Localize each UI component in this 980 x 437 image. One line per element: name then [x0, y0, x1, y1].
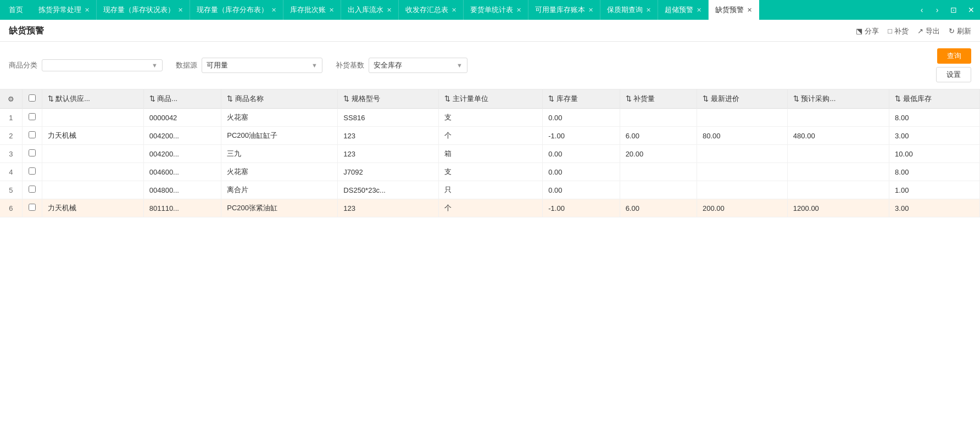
nav-tab-chaochу[interactable]: 超储预警 ✕	[658, 0, 709, 20]
col-min-stock[interactable]: ⇅ 最低库存	[889, 89, 980, 109]
row-code: 0000042	[143, 109, 221, 127]
row-checkbox-cell[interactable]	[22, 181, 42, 199]
row-checkbox-cell[interactable]	[22, 145, 42, 163]
replenish-base-select[interactable]: 安全库存 ▼	[369, 58, 467, 73]
col-spec[interactable]: ⇅ 规格型号	[338, 89, 439, 109]
replenish-base-dropdown-icon: ▼	[456, 62, 463, 69]
nav-arrow-right[interactable]: ›	[929, 0, 945, 20]
close-tab-inout-flow[interactable]: ✕	[387, 7, 392, 14]
row-checkbox-cell[interactable]	[22, 127, 42, 145]
settings-button[interactable]: 设置	[936, 67, 971, 82]
close-tab-xianzun-dist[interactable]: ✕	[271, 7, 276, 14]
close-tab-yaohuo[interactable]: ✕	[516, 7, 521, 14]
nav-tab-xianzun-status[interactable]: 现存量（库存状况表） ✕	[97, 0, 190, 20]
row-supplier: 力天机械	[42, 127, 143, 145]
category-label: 商品分类	[9, 60, 37, 70]
col-replenish[interactable]: ⇅ 补货量	[620, 89, 697, 109]
col-name[interactable]: ⇅ 商品名称	[221, 89, 338, 109]
row-unit: 支	[438, 109, 542, 127]
row-checkbox[interactable]	[29, 167, 36, 175]
nav-tab-shoufasong[interactable]: 收发存汇总表 ✕	[399, 0, 464, 20]
category-select[interactable]: ▼	[42, 59, 163, 71]
col-supplier[interactable]: ⇅ 默认供应...	[42, 89, 143, 109]
nav-tab-home[interactable]: 首页	[0, 0, 32, 20]
row-est-purchase	[787, 181, 889, 199]
row-stock: 0.00	[543, 181, 620, 199]
close-tab-quehuо[interactable]: ✕	[747, 7, 752, 14]
col-code[interactable]: ⇅ 商品...	[143, 89, 221, 109]
share-button[interactable]: ⬔ 分享	[856, 26, 879, 36]
query-button[interactable]: 查询	[937, 48, 971, 64]
replenish-button[interactable]: □ 补货	[888, 26, 909, 36]
col-unit[interactable]: ⇅ 主计量单位	[438, 89, 542, 109]
row-min-stock: 1.00	[889, 181, 980, 199]
row-supplier	[42, 163, 143, 181]
replenish-base-label: 补货基数	[336, 60, 364, 70]
row-supplier	[42, 109, 143, 127]
row-supplier: 力天机械	[42, 199, 143, 217]
filter-bar: 商品分类 ▼ 数据源 可用量 ▼ 补货基数 安全库存 ▼ 查询 设置	[0, 42, 980, 89]
close-tab-shoufasong[interactable]: ✕	[452, 7, 456, 14]
data-table: ⚙ ⇅ 默认供应... ⇅ 商品... ⇅ 商品名称	[0, 89, 980, 217]
nav-tab-kucun-batch[interactable]: 库存批次账 ✕	[283, 0, 341, 20]
nav-tab-inout-flow[interactable]: 出入库流水 ✕	[341, 0, 399, 20]
row-checkbox-cell[interactable]	[22, 163, 42, 181]
nav-tab-quehuо[interactable]: 缺货预警 ✕	[709, 0, 759, 20]
close-tab-jianyi[interactable]: ✕	[85, 7, 90, 14]
row-name: 火花塞	[221, 109, 338, 127]
row-code: 801110...	[143, 199, 221, 217]
col-stock[interactable]: ⇅ 库存量	[543, 89, 620, 109]
col-est-purchase[interactable]: ⇅ 预计采购...	[787, 89, 889, 109]
close-tab-keyong[interactable]: ✕	[588, 7, 593, 14]
nav-tab-baozhi[interactable]: 保质期查询 ✕	[600, 0, 658, 20]
row-checkbox-cell[interactable]	[22, 199, 42, 217]
export-button[interactable]: ↗ 导出	[917, 26, 940, 36]
table-row: 3 004200... 三九 123 箱 0.00 20.00 10.00	[0, 145, 980, 163]
nav-tab-yaohuo[interactable]: 要货单统计表 ✕	[464, 0, 528, 20]
row-replenish	[620, 109, 697, 127]
close-tab-xianzun-status[interactable]: ✕	[178, 7, 183, 14]
row-checkbox[interactable]	[29, 131, 36, 138]
row-checkbox[interactable]	[29, 149, 36, 156]
row-name: 三九	[221, 145, 338, 163]
table-row: 6 力天机械 801110... PC200张紧油缸 123 个 -1.00 6…	[0, 199, 980, 217]
row-checkbox[interactable]	[29, 186, 36, 193]
nav-tab-xianzun-dist[interactable]: 现存量（库存分布表） ✕	[190, 0, 283, 20]
replenish-base-select-value: 安全库存	[374, 60, 402, 70]
row-checkbox[interactable]	[29, 204, 36, 211]
row-num: 2	[0, 127, 22, 145]
row-name: 离合片	[221, 181, 338, 199]
row-unit: 个	[438, 199, 542, 217]
row-stock: 0.00	[543, 163, 620, 181]
row-checkbox-cell[interactable]	[22, 109, 42, 127]
export-icon: ↗	[917, 27, 923, 35]
select-all-checkbox[interactable]	[29, 94, 36, 102]
row-min-stock: 8.00	[889, 163, 980, 181]
datasource-select[interactable]: 可用量 ▼	[202, 58, 322, 73]
row-stock: 0.00	[543, 109, 620, 127]
table-container: ⚙ ⇅ 默认供应... ⇅ 商品... ⇅ 商品名称	[0, 89, 980, 217]
table-row: 2 力天机械 004200... PC200油缸缸子 123 个 -1.00 6…	[0, 127, 980, 145]
nav-arrows: ‹ › ⊡ ✕	[914, 0, 980, 20]
table-row: 5 004800... 离合片 DS250*23c... 只 0.00 1.00	[0, 181, 980, 199]
col-checkbox	[22, 89, 42, 109]
row-replenish: 6.00	[620, 199, 697, 217]
row-latest-price	[697, 181, 788, 199]
row-est-purchase	[787, 145, 889, 163]
nav-arrow-left[interactable]: ‹	[914, 0, 929, 20]
col-settings[interactable]: ⚙	[0, 89, 22, 109]
close-tab-chaochу[interactable]: ✕	[697, 7, 701, 14]
row-latest-price	[697, 163, 788, 181]
replenish-icon: □	[888, 27, 892, 35]
row-unit: 只	[438, 181, 542, 199]
refresh-button[interactable]: ↻ 刷新	[949, 26, 971, 36]
header-actions: ⬔ 分享 □ 补货 ↗ 导出 ↻ 刷新	[856, 26, 971, 36]
close-tab-baozhi[interactable]: ✕	[646, 7, 651, 14]
nav-tab-keyong[interactable]: 可用量库存账本 ✕	[528, 0, 600, 20]
close-tab-kucun-batch[interactable]: ✕	[329, 7, 334, 14]
win-restore-btn[interactable]: ⊡	[945, 0, 962, 20]
win-close-btn[interactable]: ✕	[962, 0, 980, 20]
row-checkbox[interactable]	[29, 113, 36, 120]
nav-tab-jianyi[interactable]: 拣货异常处理 ✕	[32, 0, 97, 20]
col-latest-price[interactable]: ⇅ 最新进价	[697, 89, 788, 109]
